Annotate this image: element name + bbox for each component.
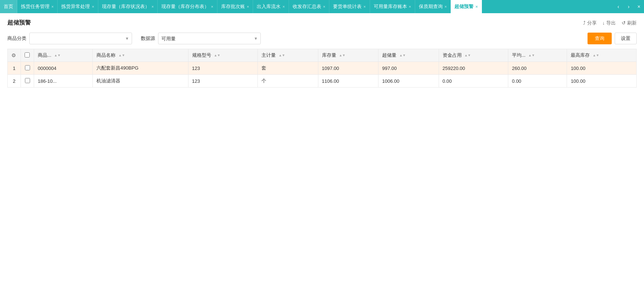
th-capital[interactable]: 资金占用 ▲▼ [439,49,508,62]
page-title: 超储预警 [7,19,31,27]
row-overstock: 997.00 [378,62,439,75]
nav-item-home[interactable]: 首页 [0,0,17,13]
close-icon[interactable]: × [247,4,249,9]
th-spec[interactable]: 规格型号 ▲▼ [188,49,258,62]
row-max-stock: 100.00 [567,62,637,75]
nav-inv-dist-label: 现存量（库存分布表） [161,3,209,10]
nav-item-available-ledger[interactable]: 可用量库存账本 × [370,0,415,13]
category-label: 商品分类 [7,35,26,42]
row-unit: 个 [258,75,318,88]
close-icon[interactable]: × [211,4,213,9]
row-settings: 1 [8,62,21,75]
th-code[interactable]: 商品... ▲▼ [34,49,93,62]
nav-close-all-button[interactable]: × [634,0,644,13]
nav-item-abnormal[interactable]: 拣货异常处理 × [58,0,98,13]
close-icon[interactable]: × [444,4,447,9]
top-nav: 首页 拣货任务管理 × 拣货异常处理 × 现存量（库存状况表） × 现存量（库存… [0,0,644,13]
datasource-select[interactable]: 可用量 [158,33,261,44]
nav-item-task-mgmt[interactable]: 拣货任务管理 × [17,0,58,13]
header-actions: ⤴ 分享 ↓ 导出 ↺ 刷新 [583,20,637,26]
nav-item-batch[interactable]: 库存批次账 × [217,0,253,13]
row-checkbox[interactable] [25,65,30,70]
sort-icon: ▲▼ [464,54,471,57]
close-icon[interactable]: × [151,4,154,9]
category-select[interactable] [29,33,132,44]
nav-prev-button[interactable]: ‹ [613,0,623,13]
gear-icon[interactable]: ⚙ [11,52,16,58]
nav-item-order-stats[interactable]: 要货单统计表 × [329,0,370,13]
export-button[interactable]: ↓ 导出 [603,20,616,26]
row-max-stock: 100.00 [567,75,637,88]
page-header: 超储预警 ⤴ 分享 ↓ 导出 ↺ 刷新 [7,19,637,27]
close-icon[interactable]: × [51,4,54,9]
refresh-button[interactable]: ↺ 刷新 [622,20,637,26]
nav-abnormal-label: 拣货异常处理 [61,3,90,10]
row-avg: 0.00 [508,75,567,88]
row-code: 0000004 [34,62,93,75]
sort-icon: ▲▼ [118,54,125,57]
th-avg[interactable]: 平均... ▲▼ [508,49,567,62]
th-settings: ⚙ [8,49,21,62]
refresh-label: 刷新 [627,20,637,26]
nav-item-inout-flow[interactable]: 出入库流水 × [253,0,289,13]
nav-item-overstock[interactable]: 超储预警 × [451,0,482,13]
th-name[interactable]: 商品名称 ▲▼ [93,49,188,62]
nav-task-label: 拣货任务管理 [21,3,50,10]
row-checkbox-cell [21,62,34,75]
nav-inout-label: 出入库流水 [257,3,281,10]
sort-icon: ▲▼ [528,54,535,57]
close-icon[interactable]: × [282,4,285,9]
th-stock[interactable]: 库存量 ▲▼ [318,49,378,62]
close-icon[interactable]: × [363,4,366,9]
filter-area: 商品分类 ▼ 数据源 可用量 ▼ [7,33,588,44]
close-icon[interactable]: × [92,4,94,9]
row-checkbox-cell [21,75,34,88]
nav-overstock-label: 超储预警 [454,3,473,10]
row-code: 186-10... [34,75,93,88]
nav-item-inventory-dist[interactable]: 现存量（库存分布表） × [158,0,217,13]
nav-item-collect[interactable]: 收发存汇总表 × [289,0,329,13]
row-name: 机油滤清器 [93,75,188,88]
th-checkbox [21,49,34,62]
row-checkbox[interactable] [25,78,30,83]
nav-order-label: 要货单统计表 [333,3,362,10]
page-content: 超储预警 ⤴ 分享 ↓ 导出 ↺ 刷新 商品分类 [0,13,644,93]
nav-next-button[interactable]: › [623,0,634,13]
row-settings: 2 [8,75,21,88]
share-label: 分享 [587,20,597,26]
datasource-label: 数据源 [141,35,155,42]
close-icon[interactable]: × [409,4,411,9]
th-max-stock[interactable]: 最高库存 ▲▼ [567,49,637,62]
th-overstock[interactable]: 超储量 ▲▼ [378,49,439,62]
table-row: 1 0000004 六配套新昌490BPG 123 套 1097.00 997.… [8,62,637,75]
nav-arrows: ‹ › × [613,0,644,13]
th-max-stock-label: 最高库存 [571,52,590,58]
row-name: 六配套新昌490BPG [93,62,188,75]
row-spec: 123 [188,62,258,75]
nav-item-inventory-status[interactable]: 现存量（库存状况表） × [98,0,158,13]
nav-batch-label: 库存批次账 [221,3,245,10]
btn-area: 查询 设置 [588,33,637,44]
settings-button[interactable]: 设置 [615,33,637,44]
close-icon[interactable]: × [323,4,325,9]
sort-icon: ▲▼ [593,54,599,57]
datasource-select-wrap: 可用量 ▼ [158,33,261,44]
table-row: 2 186-10... 机油滤清器 123 个 1106.00 1006.00 … [8,75,637,88]
th-avg-label: 平均... [512,52,526,58]
th-code-label: 商品... [38,52,51,58]
th-spec-label: 规格型号 [192,52,211,58]
row-avg: 260.00 [508,62,567,75]
row-spec: 123 [188,75,258,88]
select-all-checkbox[interactable] [25,52,30,58]
nav-inv-status-label: 现存量（库存状况表） [102,3,150,10]
filter-row: 商品分类 ▼ 数据源 可用量 ▼ 查询 [7,33,637,44]
th-unit[interactable]: 主计量 ▲▼ [258,49,318,62]
th-stock-label: 库存量 [322,52,336,58]
close-icon[interactable]: × [475,4,477,9]
nav-item-shelf-life[interactable]: 保质期查询 × [415,0,451,13]
query-button[interactable]: 查询 [588,33,612,44]
datasource-filter-group: 数据源 可用量 ▼ [141,33,261,44]
share-button[interactable]: ⤴ 分享 [583,20,597,26]
table-header: ⚙ 商品... ▲▼ 商品名称 ▲▼ 规格型号 ▲▼ 主计 [8,49,637,62]
row-stock: 1097.00 [318,62,378,75]
